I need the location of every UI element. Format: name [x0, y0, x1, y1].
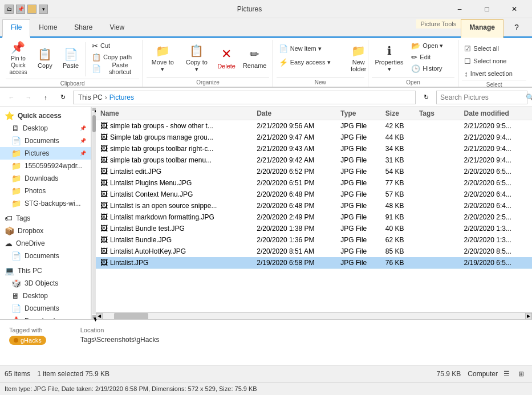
tab-view[interactable]: View [101, 19, 133, 38]
select-none-button[interactable]: ☐ Select none [462, 55, 530, 67]
pin-quick-access-button[interactable]: 📌 Pin to Quickaccess [6, 40, 31, 76]
file-row[interactable]: 🖼 Lintalist Plugins Menu.JPG 2/20/2020 6… [96, 177, 532, 189]
sidebar-item-tags[interactable]: 🏷 Tags [0, 212, 91, 225]
sidebar-label-this-pc: This PC [18, 267, 42, 275]
copy-to-button[interactable]: 📋 Copy to ▾ [181, 40, 212, 76]
selected-info: 1 item selected 75.9 KB [37, 370, 109, 378]
h-scrollbar: ◀ ▶ [96, 312, 532, 319]
sidebar-item-desktop2[interactable]: 🖥 Desktop [0, 290, 91, 302]
sidebar-item-stg[interactable]: 📁 STG-backups-wi... [0, 197, 91, 210]
sidebar-item-onedrive-docs[interactable]: 📄 Documents [0, 250, 91, 262]
file-row[interactable]: 🖼 Lintalist Bundle test.JPG 2/20/2020 1:… [96, 223, 532, 234]
col-header-modified[interactable]: Date modified [459, 109, 532, 117]
tag-badge[interactable]: gHacks [9, 336, 46, 345]
minimize-button[interactable]: – [446, 0, 473, 18]
sidebar-scroll-down[interactable]: ▼ [92, 315, 96, 319]
copy-path-button[interactable]: 📋 Copy path [90, 51, 139, 63]
new-item-button[interactable]: 📄 New item ▾ [277, 42, 345, 55]
move-to-button[interactable]: 📁 Move to ▾ [147, 40, 178, 76]
sidebar-scroll-thumb[interactable] [92, 115, 96, 132]
sidebar-item-downloads[interactable]: 📁 Downloads [0, 172, 91, 185]
file-row[interactable]: 🖼 simple tab groups - show other t... 2/… [96, 120, 532, 132]
sidebar-item-pictures[interactable]: 📁 Pictures 📌 [0, 147, 91, 160]
copy-button[interactable]: 📋 Copy [33, 40, 57, 76]
edit-button[interactable]: ✏ Edit [409, 51, 454, 63]
maximize-button[interactable]: □ [474, 0, 500, 18]
sidebar-item-downloads2[interactable]: 📥 Downloads [0, 315, 91, 319]
invert-selection-button[interactable]: ↕ Invert selection [462, 67, 530, 80]
tab-manage[interactable]: Manage [461, 19, 503, 38]
path-this-pc[interactable]: This PC [78, 93, 103, 101]
quick-access-icon[interactable]: 📌 [16, 5, 25, 14]
sidebar-item-onedrive[interactable]: ☁ OneDrive [0, 237, 91, 250]
ribbon-group-select: ☑ Select all ☐ Select none ↕ Invert sele… [458, 40, 530, 87]
history-button[interactable]: 🕒 History [409, 63, 454, 74]
sidebar-scroll-up[interactable]: ▲ [92, 108, 96, 111]
tab-home[interactable]: Home [30, 19, 66, 38]
select-all-button[interactable]: ☑ Select all [462, 42, 530, 55]
file-row[interactable]: 🖼 Lintalist Bundle.JPG 2/20/2020 1:36 PM… [96, 234, 532, 246]
col-header-tags[interactable]: Tags [415, 109, 460, 117]
tag-name: gHacks [21, 337, 42, 344]
forward-button[interactable]: → [22, 91, 35, 104]
file-row[interactable]: 🖼 Lintalist.JPG 2/19/2020 6:58 PM JPG Fi… [96, 257, 532, 268]
refresh-button[interactable]: ↻ [56, 91, 70, 104]
col-header-date[interactable]: Date [252, 109, 336, 117]
file-row[interactable]: 🖼 Lintalist AutoHotKey.JPG 2/20/2020 8:5… [96, 246, 532, 257]
main-content: ⭐ Quick access 🖥 Desktop 📌 📄 Documents 📌… [0, 107, 532, 319]
properties-button[interactable]: ℹ Properties ▾ [372, 40, 407, 76]
sidebar-item-1550[interactable]: 📁 1550595924wpdr... [0, 160, 91, 172]
dropdown-icon[interactable]: ▾ [39, 5, 48, 14]
help-button[interactable]: ? [503, 18, 530, 36]
view-details-button[interactable]: ⊞ [515, 368, 527, 380]
file-icon: 🖼 [100, 178, 108, 187]
paste-button[interactable]: 📄 Paste [59, 40, 82, 76]
col-header-name[interactable]: Name [96, 109, 252, 117]
rename-button[interactable]: ✏ Rename [241, 40, 269, 76]
file-row[interactable]: 🖼 Lintalist is an open source snippe... … [96, 200, 532, 211]
address-path[interactable]: This PC › Pictures [73, 91, 416, 104]
sidebar-item-documents2[interactable]: 📄 Documents [0, 302, 91, 315]
close-button[interactable]: ✕ [501, 0, 527, 18]
cut-button[interactable]: ✂ Cut [90, 40, 139, 51]
delete-button[interactable]: ✕ Delete [214, 40, 238, 76]
file-icon: 🖼 [100, 190, 108, 198]
paste-shortcut-button[interactable]: 📄 Paste shortcut [90, 63, 139, 74]
file-row[interactable]: 🖼 Simple tab groups manage grou... 2/21/… [96, 132, 532, 143]
easy-access-button[interactable]: ⚡ Easy access ▾ [277, 56, 345, 68]
search-input[interactable] [440, 93, 526, 101]
file-row[interactable]: 🖼 Lintalist edit.JPG 2/20/2020 6:52 PM J… [96, 166, 532, 177]
sidebar-item-this-pc[interactable]: 💻 This PC [0, 264, 91, 277]
file-row[interactable]: 🖼 Lintalist markdown formatting.JPG 2/20… [96, 211, 532, 223]
file-name: Lintalist Context Menu.JPG [110, 190, 193, 198]
sidebar-item-3d-objects[interactable]: 🎲 3D Objects [0, 277, 91, 290]
sidebar-label-documents2: Documents [25, 304, 59, 312]
file-row[interactable]: 🖼 Lintalist Context Menu.JPG 2/20/2020 6… [96, 189, 532, 200]
sidebar-item-quick-access[interactable]: ⭐ Quick access [0, 109, 91, 122]
file-modified: 2/20/2020 1:3... [459, 225, 532, 233]
col-header-size[interactable]: Size [381, 109, 415, 117]
back-button[interactable]: ← [5, 91, 18, 104]
file-row[interactable]: 🖼 simple tab groups toolbar menu... 2/21… [96, 154, 532, 166]
tab-share[interactable]: Share [66, 19, 101, 38]
file-modified: 2/21/2020 9:5... [459, 122, 532, 130]
sidebar-item-dropbox[interactable]: 📦 Dropbox [0, 225, 91, 237]
sidebar-item-desktop[interactable]: 🖥 Desktop 📌 [0, 122, 91, 135]
sidebar-item-documents[interactable]: 📄 Documents 📌 [0, 135, 91, 147]
h-scroll-left[interactable]: ◀ [96, 313, 103, 320]
view-list-button[interactable]: ☰ [500, 368, 513, 380]
new-folder-button[interactable]: 📁 Newfolder [347, 40, 370, 76]
path-pictures[interactable]: Pictures [109, 93, 134, 101]
new-buttons: 📄 New item ▾ ⚡ Easy access ▾ 📁 Newfolder [277, 40, 364, 78]
h-scroll-thumb[interactable] [114, 313, 148, 320]
refresh-path-button[interactable]: ↻ [419, 91, 433, 104]
open-button[interactable]: 📂 Open ▾ [409, 40, 454, 51]
file-type: JPG File [336, 190, 381, 198]
file-type: JPG File [336, 156, 381, 164]
h-scroll-right[interactable]: ▶ [525, 313, 532, 320]
file-row[interactable]: 🖼 simple tab groups toolbar right-c... 2… [96, 143, 532, 154]
col-header-type[interactable]: Type [336, 109, 381, 117]
up-button[interactable]: ↑ [39, 91, 52, 104]
sidebar-item-photos[interactable]: 📁 Photos [0, 185, 91, 197]
tab-file[interactable]: File [2, 19, 30, 38]
